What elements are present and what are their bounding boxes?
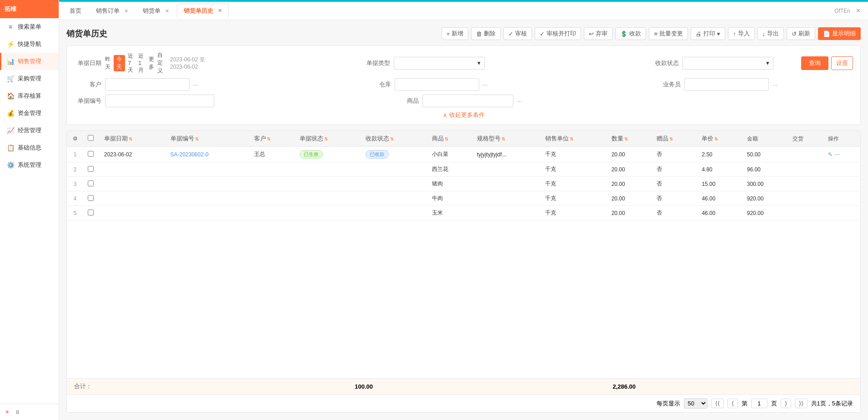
abandon-button[interactable]: ↩ 弃审: [584, 27, 612, 40]
row-checkbox[interactable]: [88, 166, 94, 172]
table-cell: 否: [652, 191, 697, 206]
customer-ellipsis[interactable]: ···: [193, 81, 198, 88]
th-checkbox[interactable]: [83, 131, 100, 147]
sort-date-icon[interactable]: ⇅: [129, 136, 132, 141]
window-close-button[interactable]: ✕: [856, 7, 861, 14]
sort-price-icon[interactable]: ⇅: [714, 136, 718, 141]
table-cell: 牛肉: [427, 191, 472, 206]
collapse-button[interactable]: ∧ 收起更多条件: [74, 111, 853, 119]
table-cell: [823, 191, 860, 206]
th-docnum: 单据编号⇅: [166, 131, 250, 147]
refresh-button[interactable]: ↺ 刷新: [787, 27, 815, 40]
table-cell: 千克: [541, 191, 607, 206]
batch-change-button[interactable]: ≡ 批量变更: [649, 27, 688, 40]
toolbar: + 新增 🗑 删除 ✓ 审核 ✓ 审核并打印 ↩ 弃审: [442, 27, 861, 40]
next-page-button[interactable]: ⟩: [781, 399, 791, 408]
sidebar-item-label: 经营管理: [18, 126, 41, 135]
salesperson-ellipsis[interactable]: ···: [773, 81, 778, 88]
docnum-input[interactable]: [105, 95, 214, 107]
last-page-button[interactable]: ⟩⟩: [795, 399, 808, 408]
settings-button[interactable]: 设置: [831, 56, 853, 70]
goods-input[interactable]: [422, 95, 513, 107]
export-button[interactable]: ↓ 导出: [758, 27, 784, 40]
table-cell: [788, 206, 823, 220]
sort-docstatus-icon[interactable]: ⇅: [324, 136, 328, 141]
tab-sales-goods[interactable]: 销货单 ✕: [136, 4, 176, 18]
table-cell: 20.00: [607, 191, 652, 206]
sort-goods-icon[interactable]: ⇅: [445, 136, 448, 141]
row-checkbox[interactable]: [88, 195, 94, 201]
table-cell: 否: [652, 177, 697, 191]
sidebar-item-sales-mgmt[interactable]: 📊 销售管理: [0, 53, 59, 70]
goods-ellipsis[interactable]: ···: [517, 98, 522, 105]
select-all-checkbox[interactable]: [88, 135, 94, 141]
th-docstatus: 单据状态⇅: [295, 131, 361, 147]
edit-link[interactable]: ✎: [828, 151, 833, 158]
query-button[interactable]: 查询: [801, 56, 828, 70]
page-label: 第: [742, 400, 748, 408]
sort-collectstatus-icon[interactable]: ⇅: [390, 136, 394, 141]
warehouse-input[interactable]: [395, 78, 479, 91]
shortcut-today[interactable]: 今天: [114, 55, 125, 71]
type-select[interactable]: ▾: [394, 57, 485, 70]
sort-docnum-icon[interactable]: ⇅: [195, 136, 199, 141]
shortcut-7days[interactable]: 近7天: [128, 52, 135, 74]
table-cell: [166, 162, 250, 177]
audit-button[interactable]: ✓ 审核: [503, 27, 532, 40]
th-gear[interactable]: ⚙: [67, 131, 83, 147]
row-checkbox[interactable]: [88, 151, 94, 157]
sort-gift-icon[interactable]: ⇅: [669, 136, 673, 141]
current-page-input[interactable]: [751, 399, 768, 408]
row-checkbox[interactable]: [88, 180, 94, 186]
salesperson-input[interactable]: [684, 78, 769, 91]
add-button[interactable]: + 新增: [442, 27, 469, 40]
table-cell: [100, 177, 166, 191]
filter-row-3: 单据编号 商品 ···: [74, 95, 853, 107]
audit-print-button[interactable]: ✓ 审核并打印: [535, 27, 581, 40]
customer-input[interactable]: [105, 78, 190, 91]
collect-button[interactable]: 💲 收款: [615, 27, 646, 40]
th-price: 单价⇅: [697, 131, 742, 147]
sidebar-item-finance[interactable]: 💰 资金管理: [0, 105, 59, 122]
delete-button[interactable]: 🗑 删除: [471, 27, 501, 40]
docnum-label: 单据编号: [74, 97, 101, 105]
sidebar-item-sys-mgmt[interactable]: ⚙️ 系统管理: [0, 156, 59, 174]
sort-qty-icon[interactable]: ⇅: [624, 136, 628, 141]
sort-customer-icon[interactable]: ⇅: [267, 136, 271, 141]
sidebar-item-purchase-mgmt[interactable]: 🛒 采购管理: [0, 70, 59, 87]
more-link[interactable]: ⋯: [834, 151, 840, 158]
table-cell: [100, 162, 166, 177]
warehouse-ellipsis[interactable]: ···: [483, 81, 488, 88]
row-checkbox[interactable]: [88, 210, 94, 215]
shortcut-yesterday[interactable]: 昨天: [105, 55, 111, 71]
page-size-select[interactable]: 50 100 200: [684, 398, 707, 409]
tab-sales-goods-close[interactable]: ✕: [165, 8, 169, 14]
show-detail-button[interactable]: 📄 显示明细: [818, 27, 861, 40]
shortcut-more[interactable]: 更多: [149, 55, 155, 71]
tab-sales-order[interactable]: 销售订单 ✕: [89, 4, 135, 18]
sort-spec-icon[interactable]: ⇅: [502, 136, 505, 141]
shortcut-custom[interactable]: 自定义: [157, 51, 166, 75]
sidebar-bottom-icon1[interactable]: ☀: [5, 409, 10, 415]
table-cell: SA-20230602-0: [166, 147, 250, 162]
sidebar-item-basic-info[interactable]: 📋 基础信息: [0, 139, 59, 156]
tab-sales-history-close[interactable]: ✕: [218, 8, 222, 14]
table-cell: [472, 162, 541, 177]
sidebar-bottom-icon2[interactable]: ⏸: [15, 409, 20, 415]
tab-sales-history[interactable]: 销货单历史 ✕: [177, 4, 229, 18]
sidebar-item-quick-nav[interactable]: ⚡ 快捷导航: [0, 35, 59, 53]
shortcut-1month[interactable]: 近1月: [138, 52, 146, 74]
tab-home[interactable]: 首页: [63, 4, 88, 18]
sidebar-item-ops-mgmt[interactable]: 📈 经营管理: [0, 122, 59, 139]
sidebar-item-search-menu[interactable]: ≡ 搜索菜单: [0, 18, 59, 35]
print-button[interactable]: 🖨 打印 ▾: [691, 27, 725, 40]
sort-unit-icon[interactable]: ⇅: [570, 136, 573, 141]
tab-sales-order-close[interactable]: ✕: [124, 8, 128, 14]
doc-num-link[interactable]: SA-20230602-0: [171, 151, 209, 158]
sidebar-item-inventory[interactable]: 🏠 库存核算: [0, 87, 59, 105]
collect-select[interactable]: ▾: [682, 57, 773, 70]
prev-page-button[interactable]: ⟨: [728, 399, 738, 408]
first-page-button[interactable]: ⟨⟨: [711, 399, 724, 408]
import-button[interactable]: ↑ 导入: [728, 27, 755, 40]
th-qty: 数量⇅: [607, 131, 652, 147]
